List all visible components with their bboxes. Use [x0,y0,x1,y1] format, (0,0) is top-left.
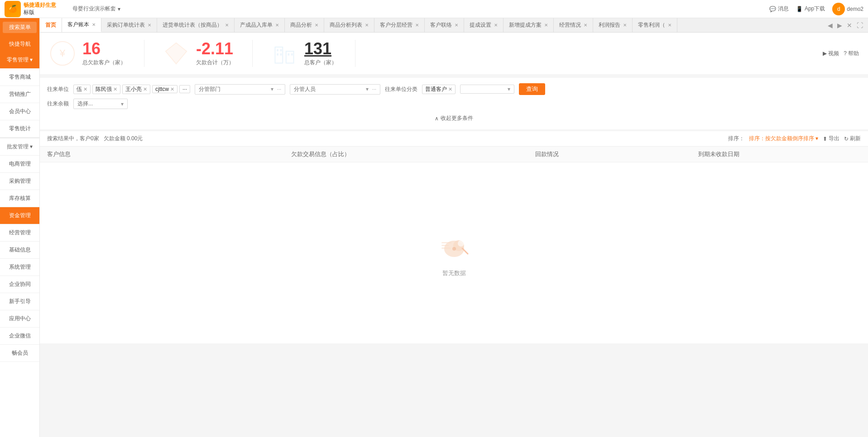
sort-select[interactable]: 排序：按欠款金额倒序排序 ▾ [749,135,818,142]
remove-tag-chen[interactable]: ✕ [113,86,117,92]
remove-tag-normal[interactable]: ✕ [448,86,452,92]
sidebar-item-membership[interactable]: 会员中心 [0,103,39,120]
sidebar-search[interactable]: 搜索菜单 [0,18,39,37]
total-clients-label: 总客户（家） [304,59,337,66]
page-content: ¥ 16 总欠款客户（家） [40,33,868,437]
video-link[interactable]: ▶ 视频 [823,50,839,57]
close-tab-product-list[interactable]: ✕ [365,23,369,28]
query-button[interactable]: 查询 [519,83,545,95]
sidebar-item-newcomer[interactable]: 新手引导 [0,293,39,310]
search-menu-btn[interactable]: 搜索菜单 [3,22,37,33]
sidebar-item-inventory[interactable]: 库存核算 [0,190,39,207]
tab-promotion-settings[interactable]: 提成设置 ✕ [464,18,504,32]
tab-scroll-right[interactable]: ▶ [836,22,844,29]
svg-rect-5 [286,51,294,63]
sidebar-item-ecommerce[interactable]: 电商管理 [0,156,39,173]
sidebar-item-finance[interactable]: 资金管理 [0,207,39,224]
unit-label: 往来单位 [47,86,69,93]
close-tab-incoming[interactable]: ✕ [225,23,229,28]
dept-select[interactable]: 分管部门 ▾ ··· [195,84,285,95]
close-tab-retail-profit[interactable]: ✕ [668,23,671,28]
sidebar-item-retail-mgmt[interactable]: 零售管理 ▾ [0,52,39,69]
person-select[interactable]: 分管人员 ▾ ··· [290,84,380,95]
close-tab-customer-segment[interactable]: ✕ [415,23,419,28]
quick-nav-btn[interactable]: 快捷导航 [0,37,39,52]
filter-tag-chen: 陈民强 ✕ [92,85,120,94]
sidebar-item-retail-stats[interactable]: 零售统计 [0,120,39,138]
top-right-links: ▶ 视频 ? 帮助 [823,50,859,57]
sidebar-item-vip[interactable]: 畅会员 [0,345,39,362]
tab-product-instock[interactable]: 产成品入库单 ✕ [235,18,285,32]
sidebar-item-wholesale[interactable]: 批发管理 ▾ [0,138,39,156]
close-tab-new-promotion[interactable]: ✕ [544,23,548,28]
logo-area: 🍊 畅捷通好生意 标版 [5,1,68,17]
svg-rect-7 [280,49,282,52]
sidebar-item-system[interactable]: 系统管理 [0,259,39,276]
collapse-btn[interactable]: ∧ 收起更多条件 [47,113,861,124]
tab-scroll-left[interactable]: ◀ [826,22,834,29]
tab-profit-report[interactable]: 利润报告 ✕ [593,18,633,32]
tab-customer-contact[interactable]: 客户联络 ✕ [425,18,464,32]
stat-info-clients: 131 总客户（家） [304,41,337,66]
tab-customer-book[interactable]: 客户账本 ✕ [62,18,101,32]
stats-row: ¥ 16 总欠款客户（家） [40,33,868,74]
tab-maximize[interactable]: ⛶ [855,22,864,29]
close-tab-promotion[interactable]: ✕ [494,23,498,28]
tab-bar: 首页 客户账本 ✕ 采购订单统计表 ✕ 进货单统计表（按商品） ✕ 产成品入库单… [40,18,868,33]
more-tags-btn[interactable]: ··· [179,85,190,93]
remove-tag-wu[interactable]: ✕ [83,86,87,92]
user-menu[interactable]: d demo2 [832,3,863,15]
sidebar-item-marketing[interactable]: 营销推广 [0,86,39,103]
results-debt: 欠款金额 0.00元 [104,135,143,142]
close-tab-purchase[interactable]: ✕ [148,23,151,28]
logo-text: 畅捷通好生意 标版 [24,2,56,16]
empty-state-icon [436,228,472,265]
sidebar-item-wechat[interactable]: 企业微信 [0,328,39,345]
remove-tag-cjttcw[interactable]: ✕ [170,86,174,92]
export-btn[interactable]: ⬆ 导出 [823,135,839,142]
remove-tag-wang[interactable]: ✕ [143,86,147,92]
tab-incoming-stats[interactable]: 进货单统计表（按商品） ✕ [157,18,235,32]
tab-customer-segment[interactable]: 客户分层经营 ✕ [374,18,425,32]
tab-product-analysis[interactable]: 商品分析 ✕ [285,18,324,32]
sidebar-item-retail-store[interactable]: 零售商城 [0,69,39,86]
close-tab-product-instock[interactable]: ✕ [275,23,279,28]
filter-tags-unit: 伍 ✕ 陈民强 ✕ 王小亮 ✕ cjttcw ✕ [73,85,190,94]
filter-tags-unit-type: 普通客户 ✕ [422,85,456,94]
unit-type-select[interactable]: ▾ [460,85,514,94]
table-header: 客户信息 欠款交易信息（占比） 回款情况 到期未收款日期 [40,147,868,162]
help-link[interactable]: ? 帮助 [844,50,859,57]
sidebar-item-app-center[interactable]: 应用中心 [0,310,39,328]
tab-new-promotion[interactable]: 新增提成方案 ✕ [504,18,554,32]
avatar: d [832,3,845,15]
table-body: 暂无数据 [40,162,868,343]
close-tab-customer-contact[interactable]: ✕ [455,23,458,28]
right-actions: 排序： 排序：按欠款金额倒序排序 ▾ ⬆ 导出 ↻ 刷新 [728,135,861,142]
tab-home[interactable]: 首页 [40,18,62,32]
sidebar-item-basic-info[interactable]: 基础信息 [0,242,39,259]
sidebar-item-purchase[interactable]: 采购管理 [0,173,39,190]
balance-select[interactable]: 选择... ▾ [73,99,128,109]
close-tab-operations[interactable]: ✕ [584,23,587,28]
tab-operations[interactable]: 经营情况 ✕ [554,18,593,32]
svg-rect-10 [288,53,289,56]
sidebar-item-operations[interactable]: 经营管理 [0,224,39,242]
stat-info-customers: 16 总欠款客户（家） [82,41,126,66]
app-download-btn[interactable]: 📱 App下载 [796,5,825,13]
col-repayment: 回款情况 [535,150,698,158]
filter-tag-wu: 伍 ✕ [73,85,91,94]
svg-rect-19 [441,247,451,249]
close-tab-customer-book[interactable]: ✕ [92,22,96,27]
close-tab-product-analysis[interactable]: ✕ [315,23,318,28]
tab-close-all[interactable]: ✕ [845,22,854,29]
tab-retail-profit[interactable]: 零售利润（ ✕ [633,18,677,32]
tab-purchase-order[interactable]: 采购订单统计表 ✕ [101,18,157,32]
store-selector[interactable]: 母婴行业演示帐套 ▾ [72,5,120,13]
tab-product-analysis-list[interactable]: 商品分析列表 ✕ [324,18,374,32]
message-btn[interactable]: 💬 消息 [769,5,789,13]
close-tab-profit[interactable]: ✕ [623,23,627,28]
svg-point-14 [458,240,464,247]
refresh-btn[interactable]: ↻ 刷新 [844,135,861,142]
money-circle-icon: ¥ [49,40,76,67]
sidebar-item-enterprise[interactable]: 企业协同 [0,276,39,293]
